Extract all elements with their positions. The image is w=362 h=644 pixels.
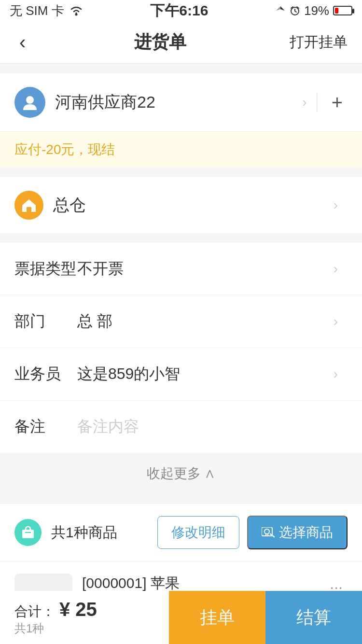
collapse-label: 收起更多 ∧ xyxy=(147,464,216,483)
salesperson-value: 这是859的小智 xyxy=(77,364,334,385)
product-header: 共1种商品 修改明细 选择商品 xyxy=(0,504,362,561)
total-section: 合计： ¥ 25 共1种 xyxy=(0,599,169,636)
salesperson-label: 业务员 xyxy=(14,364,77,385)
total-amount: ¥ 25 xyxy=(59,599,97,620)
battery-icon xyxy=(333,6,352,15)
invoice-type-label: 票据类型 xyxy=(14,258,77,280)
location-icon xyxy=(275,5,286,16)
invoice-type-chevron-icon: › xyxy=(334,261,338,277)
status-bar-left: 无 SIM 卡 xyxy=(10,2,84,19)
alarm-icon xyxy=(290,5,300,16)
edit-details-button[interactable]: 修改明细 xyxy=(157,516,239,549)
remark-row[interactable]: 备注 备注内容 xyxy=(0,401,362,453)
warehouse-name: 总仓 xyxy=(53,194,334,216)
total-label: 合计： xyxy=(14,604,55,619)
product-count: 共1种商品 xyxy=(51,523,157,543)
select-product-button[interactable]: 选择商品 xyxy=(247,516,348,549)
open-hold-button[interactable]: 打开挂单 xyxy=(290,32,348,52)
back-button[interactable]: ‹ xyxy=(14,27,30,58)
department-label: 部门 xyxy=(14,311,77,332)
product-name: [0000001] 苹果 xyxy=(82,574,325,593)
hold-button[interactable]: 挂单 xyxy=(169,591,265,644)
product-title: 苹果 xyxy=(151,575,180,591)
page-title: 进货单 xyxy=(134,30,186,54)
collapse-button[interactable]: 收起更多 ∧ xyxy=(0,453,362,494)
select-product-label: 选择商品 xyxy=(279,523,333,542)
bottom-bar: 合计： ¥ 25 共1种 挂单 结算 xyxy=(0,591,362,644)
section-gap-2 xyxy=(0,168,362,177)
supplier-name: 河南供应商22 xyxy=(55,91,302,113)
checkout-button[interactable]: 结算 xyxy=(265,591,362,644)
divider xyxy=(317,93,317,112)
remark-input[interactable]: 备注内容 xyxy=(77,416,348,437)
department-value: 总 部 xyxy=(77,311,334,332)
salesperson-chevron-icon: › xyxy=(334,366,338,382)
svg-rect-4 xyxy=(22,530,34,538)
battery-label: 19% xyxy=(304,3,329,18)
status-bar-time: 下午6:16 xyxy=(150,1,208,21)
department-chevron-icon: › xyxy=(334,314,338,329)
remark-label: 备注 xyxy=(14,416,77,437)
supplier-section: 河南供应商22 › + 应付-20元，现结 xyxy=(0,73,362,168)
invoice-type-value: 不开票 xyxy=(77,258,334,280)
warehouse-row[interactable]: 总仓 › xyxy=(0,177,362,233)
invoice-type-row[interactable]: 票据类型 不开票 › xyxy=(0,243,362,295)
bag-icon xyxy=(20,525,36,540)
select-product-icon xyxy=(262,527,275,538)
svg-point-2 xyxy=(26,96,34,104)
product-icon xyxy=(14,519,42,546)
product-code: [0000001] xyxy=(82,575,146,591)
total-count: 共1种 xyxy=(14,621,154,636)
department-row[interactable]: 部门 总 部 › xyxy=(0,295,362,348)
svg-rect-3 xyxy=(27,207,31,212)
house-icon xyxy=(20,196,38,214)
status-bar: 无 SIM 卡 下午6:16 19% xyxy=(0,0,362,21)
section-gap-3 xyxy=(0,233,362,243)
warehouse-chevron-icon: › xyxy=(334,197,338,213)
supplier-row[interactable]: 河南供应商22 › + xyxy=(0,73,362,132)
warehouse-section: 总仓 › xyxy=(0,177,362,233)
svg-point-8 xyxy=(265,529,269,534)
form-section: 票据类型 不开票 › 部门 总 部 › 业务员 这是859的小智 › 备注 备注… xyxy=(0,243,362,453)
nav-bar: ‹ 进货单 打开挂单 xyxy=(0,21,362,64)
add-supplier-button[interactable]: + xyxy=(327,92,348,113)
supplier-notice: 应付-20元，现结 xyxy=(0,132,362,168)
salesperson-row[interactable]: 业务员 这是859的小智 › xyxy=(0,348,362,401)
wifi-icon xyxy=(69,5,84,16)
warehouse-icon xyxy=(14,191,43,220)
avatar-icon xyxy=(20,93,40,112)
supplier-avatar xyxy=(14,87,45,118)
carrier-label: 无 SIM 卡 xyxy=(10,2,64,19)
svg-point-0 xyxy=(75,14,77,16)
supplier-chevron-icon: › xyxy=(302,95,306,110)
section-gap-1 xyxy=(0,64,362,73)
status-bar-right: 19% xyxy=(275,3,352,18)
